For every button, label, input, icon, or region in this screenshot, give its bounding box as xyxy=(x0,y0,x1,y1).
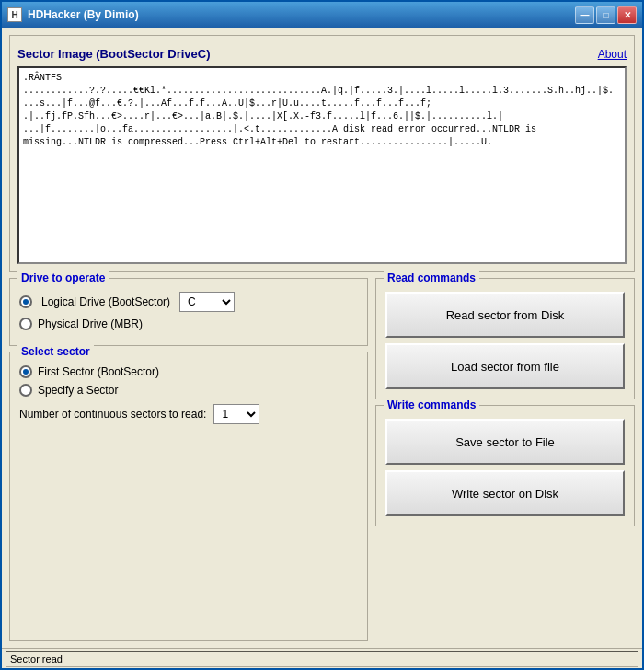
read-commands-panel: Read commands Read sector from Disk Load… xyxy=(375,278,635,399)
logical-drive-row: Logical Drive (BootSector) C D E F xyxy=(19,292,358,312)
about-link[interactable]: About xyxy=(598,48,627,61)
logical-drive-radio[interactable] xyxy=(19,295,32,308)
minimize-button[interactable]: — xyxy=(575,6,594,24)
specify-sector-row: Specify a Sector xyxy=(19,384,358,397)
sector-image-header: Sector Image (BootSector DriveC) About xyxy=(17,47,627,61)
title-bar: H HDHacker (By Dimio) — □ ✕ xyxy=(2,2,642,28)
sector-image-group: Sector Image (BootSector DriveC) About .… xyxy=(9,35,635,272)
continuous-row: Number of continuous sectors to read: 1 … xyxy=(19,404,358,424)
physical-drive-radio[interactable] xyxy=(19,318,32,330)
bottom-panels: Drive to operate Logical Drive (BootSect… xyxy=(9,278,635,641)
sector-panel: Select sector First Sector (BootSector) … xyxy=(9,352,368,641)
specify-sector-label: Specify a Sector xyxy=(38,384,118,397)
physical-drive-row: Physical Drive (MBR) xyxy=(19,318,358,330)
main-window: H HDHacker (By Dimio) — □ ✕ Sector Image… xyxy=(0,0,644,670)
physical-drive-label: Physical Drive (MBR) xyxy=(38,318,143,330)
first-sector-row: First Sector (BootSector) xyxy=(19,365,358,378)
window-controls: — □ ✕ xyxy=(575,6,637,24)
write-commands-panel: Write commands Save sector to File Write… xyxy=(375,405,635,526)
drive-select[interactable]: C D E F xyxy=(179,292,235,312)
logical-drive-label: Logical Drive (BootSector) xyxy=(41,295,170,308)
window-title: HDHacker (By Dimio) xyxy=(28,8,575,21)
continuous-label: Number of continuous sectors to read: xyxy=(19,408,206,421)
first-sector-label: First Sector (BootSector) xyxy=(38,365,159,378)
close-button[interactable]: ✕ xyxy=(617,6,637,24)
drive-panel: Drive to operate Logical Drive (BootSect… xyxy=(9,278,368,346)
load-sector-from-file-button[interactable]: Load sector from file xyxy=(385,343,625,389)
read-commands-title: Read commands xyxy=(384,271,479,284)
first-sector-radio[interactable] xyxy=(19,365,32,378)
hex-display[interactable]: .RÂNTFS ............?.?.....€€Kl.*......… xyxy=(17,66,627,264)
specify-sector-radio[interactable] xyxy=(19,384,32,397)
maximize-button[interactable]: □ xyxy=(596,6,615,24)
app-icon: H xyxy=(7,7,22,22)
sector-image-title: Sector Image (BootSector DriveC) xyxy=(17,47,211,61)
status-text: Sector read xyxy=(6,651,638,667)
num-sectors-select[interactable]: 1 2 3 4 5 xyxy=(213,404,259,424)
left-panels: Drive to operate Logical Drive (BootSect… xyxy=(9,278,368,641)
read-sector-from-disk-button[interactable]: Read sector from Disk xyxy=(385,292,625,338)
write-sector-on-disk-button[interactable]: Write sector on Disk xyxy=(385,470,625,516)
drive-panel-title: Drive to operate xyxy=(17,271,109,284)
save-sector-to-file-button[interactable]: Save sector to File xyxy=(385,419,625,465)
window-body: Sector Image (BootSector DriveC) About .… xyxy=(2,28,642,648)
status-bar: Sector read xyxy=(2,648,642,668)
right-panels: Read commands Read sector from Disk Load… xyxy=(375,278,635,641)
sector-panel-title: Select sector xyxy=(17,345,94,358)
write-commands-title: Write commands xyxy=(384,399,479,411)
